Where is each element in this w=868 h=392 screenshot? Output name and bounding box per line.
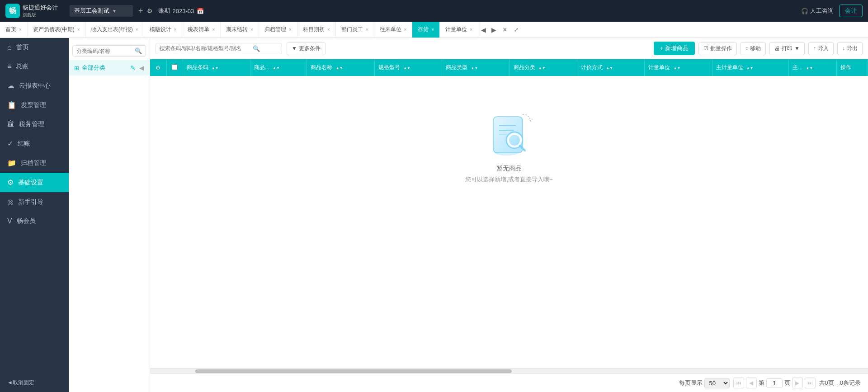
import-button[interactable]: ↑ 导入 [808, 42, 834, 55]
tab-prev-button[interactable]: ◀ [478, 22, 489, 38]
col-barcode[interactable]: 商品条码 ▲▼ [183, 59, 250, 76]
close-icon[interactable]: × [136, 27, 138, 32]
tab-unit[interactable]: 计量单位 × [440, 22, 478, 38]
close-icon[interactable]: × [19, 27, 22, 32]
horizontal-scrollbar[interactable] [150, 368, 868, 373]
col-extra[interactable]: 主... ▲▼ [789, 59, 836, 76]
tax-icon: 🏛 [7, 120, 14, 128]
category-all[interactable]: ⊞ 全部分类 ✎ ◀ [69, 60, 150, 76]
scrollbar-thumb[interactable] [195, 369, 512, 373]
close-icon[interactable]: × [212, 27, 215, 32]
col-name[interactable]: 商品名称 ▲▼ [307, 59, 374, 76]
tab-home[interactable]: 首页 × [0, 22, 28, 38]
batch-operation-button[interactable]: ☑ 批量操作 [698, 42, 737, 55]
sidebar-item-settings[interactable]: ⚙ 基础设置 [0, 173, 69, 192]
empty-state: 暂无商品 您可以选择新增,或者直接导入哦~ [150, 76, 868, 220]
company-selector[interactable]: 基层工会测试 ▼ [70, 5, 133, 17]
tab-inventory[interactable]: 存货 × [412, 22, 440, 38]
tab-archive[interactable]: 归档管理 × [259, 22, 297, 38]
cloud-icon: ☁ [7, 81, 14, 90]
sort-icon[interactable]: ▲▼ [674, 66, 681, 70]
category-search-input[interactable] [76, 48, 132, 54]
first-page-button[interactable]: ⏮ [733, 378, 744, 388]
tab-staff[interactable]: 部门员工 × [336, 22, 374, 38]
add-tab-button[interactable]: + [138, 6, 143, 16]
close-icon[interactable]: × [250, 27, 253, 32]
export-icon: ↓ [842, 45, 845, 52]
more-filter-button[interactable]: ▼ 更多条件 [287, 42, 326, 55]
new-product-button[interactable]: + 新增商品 [654, 42, 695, 55]
move-button[interactable]: ↕ 移动 [741, 42, 766, 55]
sidebar-item-close[interactable]: ✓ 结账 [0, 134, 69, 153]
col-pricing[interactable]: 计价方式 ▲▼ [577, 59, 644, 76]
tab-tax[interactable]: 税表清单 × [182, 22, 221, 38]
sidebar-item-invoice[interactable]: 📋 发票管理 [0, 95, 69, 115]
close-icon[interactable]: × [404, 27, 407, 32]
sort-icon[interactable]: ▲▼ [471, 66, 478, 70]
sort-icon[interactable]: ▲▼ [746, 66, 754, 70]
export-button[interactable]: ↓ 导出 [837, 42, 863, 55]
sort-icon[interactable]: ▲▼ [538, 66, 546, 70]
close-icon[interactable]: × [77, 27, 80, 32]
close-icon[interactable]: × [174, 27, 177, 32]
tab-partner[interactable]: 往来单位 × [374, 22, 413, 38]
search-icon[interactable]: 🔍 [253, 45, 260, 52]
sidebar-item-reports[interactable]: ☁ 云报表中心 [0, 76, 69, 95]
tab-template[interactable]: 模版设计 × [144, 22, 183, 38]
col-type[interactable]: 商品类型 ▲▼ [442, 59, 509, 76]
sidebar-item-home[interactable]: ⌂ 首页 [0, 38, 69, 57]
close-icon[interactable]: × [431, 27, 434, 32]
tab-income[interactable]: 收入支出表(年报) × [86, 22, 144, 38]
product-search-input[interactable] [160, 45, 250, 52]
col-code[interactable]: 商品... ▲▼ [250, 59, 307, 76]
account-button[interactable]: 会计 [839, 5, 863, 17]
close-icon[interactable]: × [327, 27, 330, 32]
toolbar: 🔍 ▼ 更多条件 + 新增商品 ☑ 批量操作 [150, 38, 868, 59]
consultant-button[interactable]: 🎧 人工咨询 [801, 7, 834, 15]
calendar-icon[interactable]: 📅 [197, 8, 204, 14]
headset-icon: 🎧 [801, 8, 808, 14]
last-page-button[interactable]: ⏭ [805, 378, 816, 388]
col-spec[interactable]: 规格型号 ▲▼ [374, 59, 442, 76]
select-all-checkbox[interactable] [172, 64, 178, 70]
col-settings[interactable]: ⚙ [150, 59, 166, 76]
right-panel: 🔍 ▼ 更多条件 + 新增商品 ☑ 批量操作 [150, 38, 868, 392]
sidebar-item-tax[interactable]: 🏛 税务管理 [0, 115, 69, 134]
sidebar-item-ledger[interactable]: ≡ 总账 [0, 57, 69, 76]
col-checkbox[interactable] [166, 59, 183, 76]
tab-balance[interactable]: 资产负债表(中期) × [28, 22, 86, 38]
pagination: 每页显示 10 20 50 100 ⏮ ◀ 第 页 [150, 373, 868, 392]
sort-icon[interactable]: ▲▼ [336, 66, 343, 70]
sort-icon[interactable]: ▲▼ [606, 66, 613, 70]
search-icon[interactable]: 🔍 [135, 47, 142, 54]
close-icon[interactable]: × [470, 27, 472, 32]
tab-subject[interactable]: 科目期初 × [297, 22, 336, 38]
sort-icon[interactable]: ▲▼ [806, 66, 813, 70]
next-page-button[interactable]: ▶ [792, 378, 803, 388]
sort-icon[interactable]: ▲▼ [273, 66, 280, 70]
col-unit[interactable]: 计量单位 ▲▼ [645, 59, 712, 76]
unpin-sidebar-button[interactable]: ◄取消固定 [0, 373, 69, 392]
prev-page-button[interactable]: ◀ [746, 378, 757, 388]
print-button[interactable]: 🖨 打印 ▼ [769, 42, 805, 55]
sort-icon[interactable]: ▲▼ [403, 66, 410, 70]
close-icon[interactable]: × [289, 27, 292, 32]
sidebar-item-member[interactable]: V 畅会员 [0, 212, 69, 231]
tab-period-close[interactable]: 期末结转 × [221, 22, 259, 38]
expand-button[interactable]: ⤢ [510, 22, 522, 38]
page-size-select[interactable]: 10 20 50 100 [704, 378, 730, 388]
col-category[interactable]: 商品分类 ▲▼ [509, 59, 577, 76]
edit-category-button[interactable]: ✎ [130, 64, 136, 71]
page-number-input[interactable] [766, 378, 783, 388]
sort-icon[interactable]: ▲▼ [212, 66, 219, 70]
col-main-unit[interactable]: 主计量单位 ▲▼ [712, 59, 789, 76]
sidebar-item-guide[interactable]: ◎ 新手引导 [0, 192, 69, 212]
sidebar-item-archive[interactable]: 📁 归档管理 [0, 153, 69, 173]
page-navigation: ⏮ ◀ 第 页 ▶ ⏭ [733, 378, 816, 388]
period-info: 账期 2023-03 📅 [158, 7, 204, 15]
collapse-panel-button[interactable]: ◀ [139, 64, 144, 71]
tab-next-button[interactable]: ▶ [489, 22, 499, 38]
settings-icon[interactable]: ⚙ [147, 7, 153, 14]
close-icon[interactable]: × [366, 27, 368, 32]
close-all-tabs-button[interactable]: × [499, 22, 510, 38]
